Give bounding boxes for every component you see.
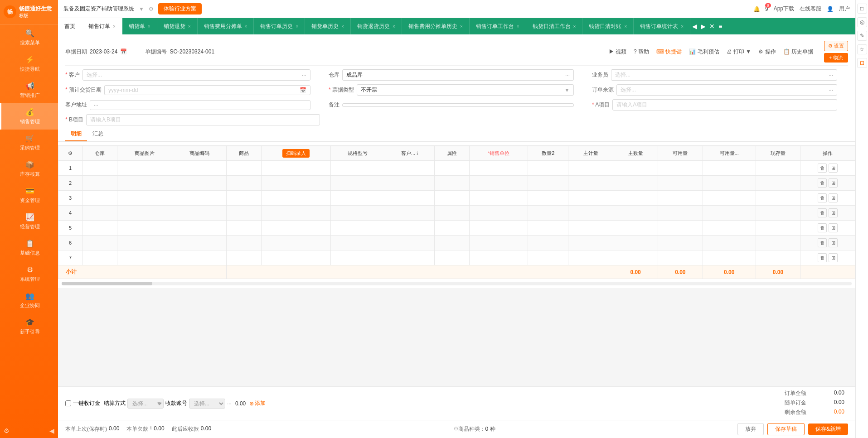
tab-next-icon[interactable]: ▶ <box>699 23 708 30</box>
delete-icon-1[interactable]: 🗑 <box>818 164 827 173</box>
cell-customer-1[interactable] <box>385 161 435 176</box>
tab-sales-order[interactable]: 销售订单 × <box>82 18 122 34</box>
sidebar-item-采购管理[interactable]: 🛒采购管理 <box>0 130 58 156</box>
cell-attr-2[interactable] <box>435 176 470 191</box>
toolbar-help[interactable]: ? 帮助 <box>634 48 649 56</box>
cell-qty2-2[interactable] <box>528 176 568 191</box>
delete-icon-4[interactable]: 🗑 <box>818 208 827 217</box>
cell-code-2[interactable] <box>172 176 227 191</box>
tab-sales-invoice[interactable]: 销货单 × <box>122 18 157 34</box>
copy-icon-2[interactable]: ⊞ <box>829 178 838 188</box>
note-input[interactable] <box>342 103 574 107</box>
delete-icon-6[interactable]: 🗑 <box>818 238 827 247</box>
debt-info-icon[interactable]: ℹ <box>150 425 152 433</box>
tab-detail[interactable]: 明细 <box>65 127 87 141</box>
cell-product-1[interactable] <box>227 161 262 176</box>
user-avatar[interactable]: 👤 <box>827 6 834 12</box>
cell-attr-1[interactable] <box>435 161 470 176</box>
toolbar-history[interactable]: 📋 历史单据 <box>783 48 813 56</box>
delete-icon-5[interactable]: 🗑 <box>818 223 827 232</box>
right-panel-icon-1[interactable]: □ <box>857 4 867 14</box>
tab-prev-icon[interactable]: ◀ <box>690 23 699 30</box>
sidebar-item-销售管理[interactable]: 💰销售管理 <box>0 103 58 130</box>
cell-product-2[interactable] <box>227 176 262 191</box>
scrollbar-thumb[interactable] <box>62 282 152 285</box>
toolbar-operations[interactable]: ⚙ 操作 <box>758 48 776 56</box>
tab-close-icon[interactable]: × <box>624 24 627 29</box>
tab-summary[interactable]: 汇总 <box>87 127 109 141</box>
right-panel-icon-5[interactable]: ⊡ <box>857 58 867 68</box>
add-logistics-button[interactable]: + 物流 <box>824 53 848 63</box>
tab-order-history[interactable]: 销售订单历史 × <box>254 18 305 34</box>
a-project-input[interactable]: 请输入A项目 <box>612 99 837 111</box>
copy-icon-7[interactable]: ⊞ <box>829 253 838 262</box>
sidebar-item-营销推广[interactable]: 📢营销推广 <box>0 77 58 103</box>
cell-warehouse-2[interactable] <box>82 176 117 191</box>
cell-spec-3[interactable] <box>330 191 385 206</box>
sidebar-item-资金管理[interactable]: 💳资金管理 <box>0 182 58 208</box>
col-settings[interactable]: ⚙ <box>58 146 82 161</box>
col-scan[interactable]: 扫码录入 <box>262 146 330 161</box>
tab-close-icon[interactable]: × <box>296 24 298 29</box>
cell-qty2-1[interactable] <box>528 161 568 176</box>
tab-close-icon[interactable]: × <box>460 24 463 29</box>
save-new-button[interactable]: 保存&新增 <box>808 424 848 435</box>
sidebar-item-系统管理[interactable]: ⚙系统管理 <box>0 261 58 287</box>
tab-fee-history[interactable]: 销售费用分摊单历史 × <box>402 18 470 34</box>
customer-input[interactable]: 选择... ··· <box>82 69 310 81</box>
notification-area[interactable]: 🔔9 9 <box>753 6 768 12</box>
sidebar-item-库存核算[interactable]: 📦库存核算 <box>0 156 58 182</box>
app-download-link[interactable]: App下载 <box>774 5 794 13</box>
cell-customer-3[interactable] <box>385 191 435 206</box>
industry-btn[interactable]: 体验行业方案 <box>158 3 202 14</box>
tab-daily-reconcile[interactable]: 钱货日清对账 × <box>582 18 634 34</box>
toolbar-print[interactable]: 🖨 打印 ▼ <box>727 48 752 56</box>
copy-icon-3[interactable]: ⊞ <box>829 193 838 202</box>
warehouse-input[interactable]: 成品库 ··· <box>342 69 574 81</box>
cell-warehouse-1[interactable] <box>82 161 117 176</box>
cell-main-qty-1[interactable] <box>613 161 658 176</box>
order-source-input[interactable]: 选择... ··· <box>616 84 837 96</box>
tab-close-all-icon[interactable]: ✕ <box>708 23 717 30</box>
collapse-icon[interactable]: ◀ <box>49 427 54 434</box>
cell-code-1[interactable] <box>172 161 227 176</box>
add-button[interactable]: ⊕ 添加 <box>249 399 266 407</box>
delete-icon-7[interactable]: 🗑 <box>818 253 827 262</box>
account-select[interactable]: 选择... <box>189 399 225 409</box>
tab-menu-icon[interactable]: ≡ <box>717 23 724 30</box>
one-click-checkbox[interactable]: 一键收订金 <box>65 399 100 407</box>
sidebar-item-搜索菜单[interactable]: 🔍搜索菜单 <box>0 24 58 51</box>
cell-attr-3[interactable] <box>435 191 470 206</box>
copy-icon-4[interactable]: ⊞ <box>829 208 838 217</box>
sidebar-item-企业协同[interactable]: 👥企业协同 <box>0 287 58 313</box>
tab-close-icon[interactable]: × <box>148 24 150 29</box>
delete-icon-2[interactable]: 🗑 <box>818 178 827 188</box>
sidebar-item-基础信息[interactable]: 📋基础信息 <box>0 235 58 261</box>
sidebar-item-新手引导[interactable]: 🎓新手引导 <box>0 313 58 340</box>
copy-icon-1[interactable]: ⊞ <box>829 164 838 173</box>
online-service-link[interactable]: 在线客服 <box>800 5 821 13</box>
right-panel-icon-3[interactable]: ✎ <box>857 31 867 41</box>
copy-icon-6[interactable]: ⊞ <box>829 238 838 247</box>
cell-spec-1[interactable] <box>330 161 385 176</box>
tab-close-icon[interactable]: × <box>188 24 191 29</box>
sidebar-item-经营管理[interactable]: 📈经营管理 <box>0 208 58 235</box>
copy-icon-5[interactable]: ⊞ <box>829 223 838 232</box>
tab-sales-fee[interactable]: 销售费用分摊单 × <box>198 18 254 34</box>
tab-close-icon[interactable]: × <box>573 24 576 29</box>
tab-daily-workbench[interactable]: 钱货日清工作台 × <box>526 18 583 34</box>
invoice-type-select[interactable]: 不开票 ▼ <box>357 84 574 96</box>
delivery-calendar-icon[interactable]: 📅 <box>300 87 306 93</box>
tab-sales-return[interactable]: 销货退货 × <box>157 18 198 34</box>
tab-close-icon[interactable]: × <box>341 24 344 29</box>
tab-close-icon[interactable]: × <box>517 24 519 29</box>
horizontal-scrollbar[interactable] <box>62 282 852 285</box>
cell-customer-2[interactable] <box>385 176 435 191</box>
cell-unit-3[interactable] <box>470 191 528 206</box>
cell-unit-2[interactable] <box>470 176 528 191</box>
toolbar-shortcut[interactable]: ⌨ 快捷键 <box>656 48 682 56</box>
toolbar-video[interactable]: ▶ 视频 <box>609 48 626 56</box>
cell-code-3[interactable] <box>172 191 227 206</box>
cell-warehouse-3[interactable] <box>82 191 117 206</box>
tab-home[interactable]: 首页 <box>58 18 82 34</box>
